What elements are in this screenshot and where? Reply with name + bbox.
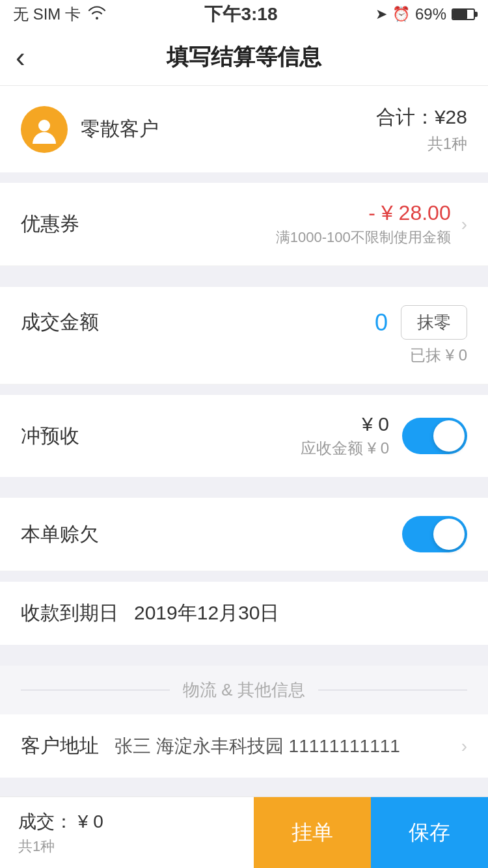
- round-button[interactable]: 抹零: [401, 305, 467, 340]
- address-value: 张三 海淀永丰科技园 11111111111: [115, 734, 461, 759]
- bottom-deal: 成交： ¥ 0: [18, 809, 236, 834]
- total-count: 共1种: [376, 133, 467, 154]
- prepay-label: 冲预收: [21, 423, 79, 450]
- transaction-sub: 已抹 ¥ 0: [21, 345, 467, 366]
- prepay-amount: ¥ 0: [301, 413, 389, 435]
- time-label: 下午3:18: [204, 2, 277, 27]
- customer-row: 零散客户 合计：¥28 共1种: [0, 86, 488, 172]
- prepay-row: 冲预收 ¥ 0 应收金额 ¥ 0: [0, 395, 488, 477]
- status-left: 无 SIM 卡: [13, 4, 107, 25]
- divider-line-right: [318, 690, 467, 690]
- prepay-toggle[interactable]: [402, 418, 467, 454]
- bottom-info: 成交： ¥ 0 共1种: [0, 809, 254, 856]
- customer-left: 零散客户: [21, 106, 159, 153]
- prepay-values: ¥ 0 应收金额 ¥ 0: [301, 413, 389, 459]
- transaction-amount: 0: [375, 309, 388, 336]
- transaction-right: 0 抹零: [375, 305, 467, 340]
- logistics-divider: 物流 & 其他信息: [0, 666, 488, 714]
- bottom-deal-label: 成交：: [18, 811, 73, 832]
- save-button[interactable]: 保存: [371, 797, 488, 869]
- section-divider-1: [0, 277, 488, 287]
- svg-point-0: [38, 120, 50, 131]
- due-date-value: 2019年12月30日: [134, 600, 279, 627]
- status-right: ➤ ⏰ 69%: [375, 5, 475, 23]
- carrier-label: 无 SIM 卡: [13, 4, 81, 25]
- coupon-right: - ¥ 28.00 满1000-100不限制使用金额 ›: [276, 201, 467, 247]
- debt-row: 本单赊欠: [0, 498, 488, 571]
- address-row[interactable]: 客户地址 张三 海淀永丰科技园 11111111111 ›: [0, 714, 488, 778]
- customer-total: 合计：¥28 共1种: [376, 104, 467, 154]
- bottom-deal-amount: ¥ 0: [78, 811, 103, 832]
- coupon-desc: 满1000-100不限制使用金额: [276, 228, 451, 247]
- battery-label: 69%: [415, 5, 446, 23]
- logistics-label: 物流 & 其他信息: [183, 679, 305, 701]
- debt-toggle[interactable]: [402, 516, 467, 552]
- section-divider-3: [0, 655, 488, 666]
- coupon-label: 优惠券: [21, 211, 79, 237]
- prepay-desc: 应收金额 ¥ 0: [301, 438, 389, 459]
- customer-name: 零散客户: [81, 116, 159, 142]
- prepay-right: ¥ 0 应收金额 ¥ 0: [301, 413, 467, 459]
- bottom-bar: 成交： ¥ 0 共1种 挂单 保存: [0, 796, 488, 868]
- battery-icon: [452, 8, 475, 20]
- transaction-top: 成交金额 0 抹零: [21, 305, 467, 340]
- due-date-row: 收款到期日 2019年12月30日: [0, 582, 488, 645]
- chevron-right-icon: ›: [461, 214, 467, 235]
- coupon-amount: - ¥ 28.00: [276, 201, 451, 225]
- debt-label: 本单赊欠: [21, 521, 99, 548]
- nav-bar: ‹ 填写结算等信息: [0, 29, 488, 86]
- due-date-label: 收款到期日: [21, 600, 118, 627]
- section-divider-2: [0, 487, 488, 498]
- debt-toggle-knob: [433, 519, 465, 550]
- address-label: 客户地址: [21, 733, 99, 759]
- content: 零散客户 合计：¥28 共1种 优惠券 - ¥ 28.00 满1000-100不…: [0, 86, 488, 868]
- wifi-icon: [87, 5, 107, 23]
- address-chevron-icon: ›: [461, 736, 467, 757]
- bottom-count: 共1种: [18, 837, 236, 856]
- transaction-label: 成交金额: [21, 309, 99, 336]
- status-bar: 无 SIM 卡 下午3:18 ➤ ⏰ 69%: [0, 0, 488, 29]
- coupon-row[interactable]: 优惠券 - ¥ 28.00 满1000-100不限制使用金额 ›: [0, 183, 488, 266]
- total-amount: 合计：¥28: [376, 104, 467, 131]
- back-button[interactable]: ‹: [16, 41, 25, 74]
- nav-title: 填写结算等信息: [167, 42, 321, 72]
- coupon-value-block: - ¥ 28.00 满1000-100不限制使用金额: [276, 201, 451, 247]
- customer-avatar: [21, 106, 68, 153]
- divider-line-left: [21, 690, 170, 690]
- location-icon: ➤: [375, 6, 387, 23]
- hang-button[interactable]: 挂单: [254, 797, 371, 869]
- transaction-row: 成交金额 0 抹零 已抹 ¥ 0: [0, 287, 488, 385]
- toggle-knob: [433, 420, 465, 452]
- alarm-icon: ⏰: [392, 6, 410, 23]
